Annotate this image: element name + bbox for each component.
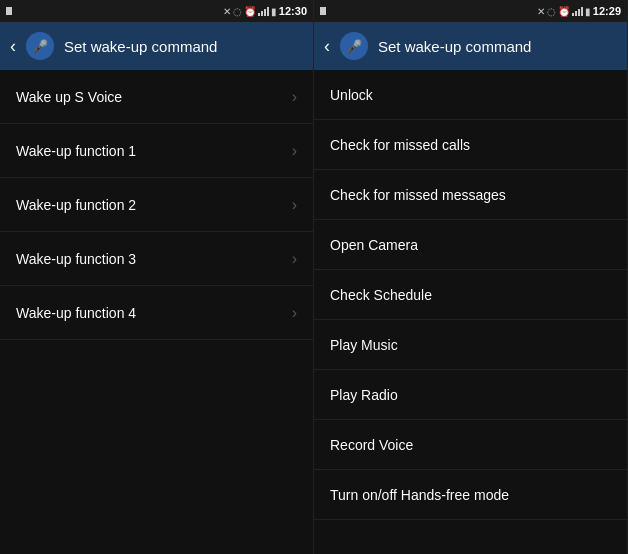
list-item[interactable]: Wake-up function 1 › (0, 124, 313, 178)
list-item-label: Wake-up function 1 (16, 143, 136, 159)
list-item-play-radio[interactable]: Play Radio (314, 370, 627, 420)
list-item-label: Wake-up function 3 (16, 251, 136, 267)
right-status-bar: ✕ ◌ ⏰ ▮ 12:29 (314, 0, 627, 22)
list-item[interactable]: Wake-up function 4 › (0, 286, 313, 340)
left-status-left (6, 7, 12, 15)
list-item-unlock[interactable]: Unlock (314, 70, 627, 120)
list-item-label: Wake-up function 4 (16, 305, 136, 321)
chevron-right-icon: › (292, 196, 297, 214)
left-list-container: Wake up S Voice › Wake-up function 1 › W… (0, 70, 313, 554)
list-item-record-voice[interactable]: Record Voice (314, 420, 627, 470)
right-phone-panel: ✕ ◌ ⏰ ▮ 12:29 ‹ 🎤 Set wake-up command Un… (314, 0, 628, 554)
list-item-label: Play Music (330, 337, 398, 353)
left-header: ‹ 🎤 Set wake-up command (0, 22, 313, 70)
battery-icon: ▮ (271, 6, 277, 17)
list-item-label: Check for missed messages (330, 187, 506, 203)
notification-icon (6, 7, 12, 15)
signal-bars-icon (258, 6, 269, 16)
right-header-mic-icon: 🎤 (340, 32, 368, 60)
list-item-label: Check for missed calls (330, 137, 470, 153)
list-item-handsfree[interactable]: Turn on/off Hands-free mode (314, 470, 627, 520)
list-item-missed-calls[interactable]: Check for missed calls (314, 120, 627, 170)
list-item-label: Turn on/off Hands-free mode (330, 487, 509, 503)
list-item-open-camera[interactable]: Open Camera (314, 220, 627, 270)
list-item-label: Unlock (330, 87, 373, 103)
left-back-button[interactable]: ‹ (10, 36, 16, 57)
list-item-label: Wake up S Voice (16, 89, 122, 105)
list-item[interactable]: Wake up S Voice › (0, 70, 313, 124)
wifi-icon: ◌ (547, 6, 556, 17)
chevron-right-icon: › (292, 304, 297, 322)
left-status-right: ✕ ◌ ⏰ ▮ 12:30 (223, 5, 307, 17)
list-item-play-music[interactable]: Play Music (314, 320, 627, 370)
list-item-label: Check Schedule (330, 287, 432, 303)
notification-icon (320, 7, 326, 15)
left-time: 12:30 (279, 5, 307, 17)
chevron-right-icon: › (292, 142, 297, 160)
list-item-label: Record Voice (330, 437, 413, 453)
signal-bars-icon (572, 6, 583, 16)
left-header-title: Set wake-up command (64, 38, 217, 55)
list-item-label: Open Camera (330, 237, 418, 253)
chevron-right-icon: › (292, 250, 297, 268)
left-phone-panel: ✕ ◌ ⏰ ▮ 12:30 ‹ 🎤 Set wake-up command Wa… (0, 0, 314, 554)
right-list-container: Unlock Check for missed calls Check for … (314, 70, 627, 554)
list-item-check-schedule[interactable]: Check Schedule (314, 270, 627, 320)
right-back-button[interactable]: ‹ (324, 36, 330, 57)
right-time: 12:29 (593, 5, 621, 17)
chevron-right-icon: › (292, 88, 297, 106)
list-item[interactable]: Wake-up function 3 › (0, 232, 313, 286)
list-item-missed-messages[interactable]: Check for missed messages (314, 170, 627, 220)
no-sim-icon: ✕ (537, 6, 545, 17)
right-status-right: ✕ ◌ ⏰ ▮ 12:29 (537, 5, 621, 17)
list-item-label: Wake-up function 2 (16, 197, 136, 213)
battery-icon: ▮ (585, 6, 591, 17)
list-item[interactable]: Wake-up function 2 › (0, 178, 313, 232)
left-status-bar: ✕ ◌ ⏰ ▮ 12:30 (0, 0, 313, 22)
clock-icon: ⏰ (558, 6, 570, 17)
no-sim-icon: ✕ (223, 6, 231, 17)
left-header-mic-icon: 🎤 (26, 32, 54, 60)
right-status-left (320, 7, 326, 15)
wifi-icon: ◌ (233, 6, 242, 17)
right-header-title: Set wake-up command (378, 38, 531, 55)
clock-icon: ⏰ (244, 6, 256, 17)
list-item-label: Play Radio (330, 387, 398, 403)
right-header: ‹ 🎤 Set wake-up command (314, 22, 627, 70)
